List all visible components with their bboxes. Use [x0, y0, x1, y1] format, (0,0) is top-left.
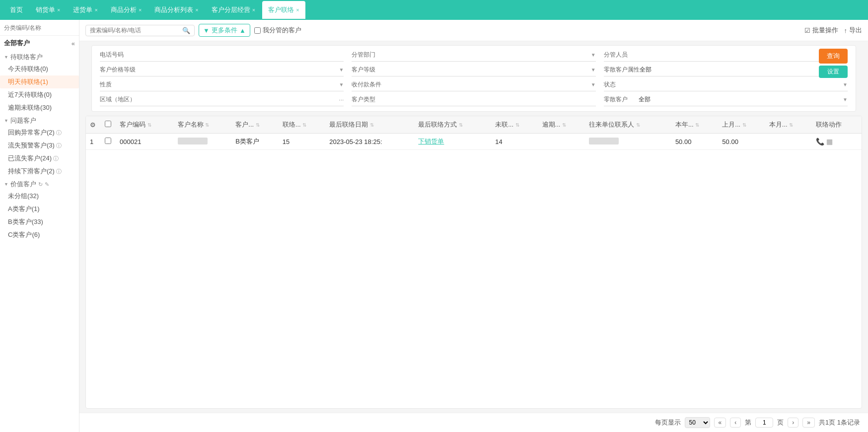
sidebar-search-input[interactable]	[4, 24, 78, 31]
row-checkbox[interactable]	[105, 138, 111, 144]
content-area: 🔍 ▼ 更多条件 ▲ 我分管的客户 ☑ 批量操作 ↑ 导出	[79, 20, 868, 432]
sidebar-item-tomorrow-contact[interactable]: 明天待联络(1)	[0, 75, 79, 88]
chevron-down-icon[interactable]: ▼	[339, 67, 344, 72]
next-page-btn[interactable]: ›	[788, 418, 798, 428]
page-number-input[interactable]	[755, 418, 773, 428]
filter-scatter-attr: 零散客户属性 全部 ▼	[604, 66, 848, 76]
all-customers-header[interactable]: 全部客户 «	[0, 36, 79, 51]
sidebar-item-7days-contact[interactable]: 近7天待联络(0)	[0, 88, 79, 101]
td-checkbox[interactable]	[101, 134, 116, 150]
search-icon[interactable]: 🔍	[182, 27, 190, 34]
nav-purchase-order[interactable]: 进货单 ×	[67, 1, 103, 19]
td-last-method[interactable]: 下销货单	[414, 134, 491, 150]
sidebar-item-churned[interactable]: 已流失客户(24) ⓘ	[0, 152, 79, 165]
chevron-down-icon[interactable]: ▼	[843, 97, 848, 102]
last-page-btn[interactable]: »	[802, 418, 815, 428]
th-uncontacted[interactable]: 未联... ⇅	[491, 116, 538, 134]
sort-icon[interactable]: ⇅	[302, 122, 306, 128]
th-this-month[interactable]: 本月... ⇅	[765, 116, 812, 134]
nav-sales-order[interactable]: 销货单 ×	[30, 1, 66, 19]
nav-customer-tier[interactable]: 客户分层经营 ×	[206, 1, 261, 19]
filter-dept: 分管部门 ▼	[352, 51, 595, 62]
sort-icon[interactable]: ⇅	[695, 122, 699, 128]
sidebar-item-class-c[interactable]: C类客户(6)	[0, 228, 79, 241]
close-icon[interactable]: ×	[139, 7, 142, 13]
sort-icon[interactable]: ⇅	[459, 122, 463, 128]
sidebar-item-class-b[interactable]: B类客户(33)	[0, 216, 79, 228]
sidebar-item-abnormal-repurchase[interactable]: 回购异常客户(2) ⓘ	[0, 126, 79, 139]
search-input[interactable]	[90, 27, 180, 34]
close-icon[interactable]: ×	[195, 7, 198, 13]
td-uncontacted: 14	[491, 134, 538, 150]
select-all-checkbox[interactable]	[105, 121, 111, 127]
th-name[interactable]: 客户名称 ⇅	[174, 116, 232, 134]
th-gear[interactable]: ⚙	[86, 116, 101, 134]
search-box: 🔍	[85, 25, 195, 36]
sidebar-item-churn-warning[interactable]: 流失预警客户(3) ⓘ	[0, 139, 79, 152]
th-last-method[interactable]: 最后联络方式 ⇅	[414, 116, 491, 134]
chevron-down-icon[interactable]: ▼	[591, 82, 596, 87]
nav-product-analysis[interactable]: 商品分析 ×	[105, 1, 147, 19]
first-page-btn[interactable]: «	[714, 418, 726, 428]
close-icon[interactable]: ×	[296, 7, 299, 13]
my-customers-checkbox-label[interactable]: 我分管的客户	[254, 26, 301, 35]
th-last-date[interactable]: 最后联络日期 ⇅	[325, 116, 414, 134]
chevron-down-icon[interactable]: ▼	[843, 82, 848, 87]
more-icon[interactable]: ···	[339, 96, 344, 103]
nav-customer-contact[interactable]: 客户联络 ×	[262, 1, 305, 19]
filter-scatter-customer: 零散客户 全部 ▼	[604, 95, 848, 106]
sidebar-item-overdue-contact[interactable]: 逾期未联络(30)	[0, 101, 79, 114]
my-customers-checkbox[interactable]	[254, 27, 261, 34]
query-button[interactable]: 查询	[819, 49, 848, 64]
th-contact[interactable]: 联络... ⇅	[279, 116, 325, 134]
nav-home[interactable]: 首页	[4, 1, 29, 19]
sort-icon[interactable]: ⇅	[515, 122, 519, 128]
sidebar-item-today-contact[interactable]: 今天待联络(0)	[0, 63, 79, 75]
batch-btn[interactable]: ☑ 批量操作	[804, 26, 838, 35]
contact-person-blurred	[589, 138, 619, 144]
sort-icon[interactable]: ⇅	[256, 122, 260, 128]
chevron-down-icon[interactable]: ▼	[339, 82, 344, 87]
sort-icon[interactable]: ⇅	[147, 122, 151, 128]
chevron-down-icon[interactable]: ▼	[591, 52, 596, 58]
td-last-date: 2023-05-23 18:25:	[325, 134, 414, 150]
gear-icon[interactable]: ⚙	[90, 121, 96, 129]
export-btn[interactable]: ↑ 导出	[844, 26, 863, 35]
td-contact: 15	[279, 134, 325, 150]
close-icon[interactable]: ×	[94, 7, 97, 13]
sort-icon[interactable]: ⇅	[370, 122, 374, 128]
chevron-down-icon[interactable]: ▼	[591, 67, 596, 72]
sort-icon[interactable]: ⇅	[742, 122, 746, 128]
th-checkbox[interactable]	[101, 116, 116, 134]
th-this-year[interactable]: 本年... ⇅	[671, 116, 718, 134]
th-last-month[interactable]: 上月... ⇅	[718, 116, 765, 134]
th-contact-person[interactable]: 往来单位联系人 ⇅	[585, 116, 671, 134]
collapse-icon[interactable]: «	[72, 40, 75, 47]
th-code[interactable]: 客户编码 ⇅	[116, 116, 174, 134]
filter-region: 区域（地区） ···	[100, 95, 344, 106]
filter-btn[interactable]: ▼ 更多条件 ▲	[199, 24, 250, 37]
td-type: B类客户	[231, 134, 278, 150]
sidebar-item-declining[interactable]: 持续下滑客户(2) ⓘ	[0, 165, 79, 178]
customer-table: ⚙ 客户编码 ⇅ 客户名称 ⇅	[86, 116, 862, 150]
action-phone-icon[interactable]: 📞	[816, 138, 824, 145]
close-icon[interactable]: ×	[252, 7, 255, 13]
prev-page-btn[interactable]: ‹	[730, 418, 741, 428]
nav-product-analysis-list[interactable]: 商品分析列表 ×	[148, 1, 204, 19]
page-size-select[interactable]: 50 20 100	[685, 417, 710, 428]
action-more-icon[interactable]: ▦	[826, 138, 833, 145]
sidebar-item-class-a[interactable]: A类客户(1)	[0, 203, 79, 216]
td-action[interactable]: 📞 ▦	[812, 134, 862, 150]
th-overdue[interactable]: 逾期... ⇅	[538, 116, 585, 134]
sort-icon[interactable]: ⇅	[205, 122, 209, 128]
th-type[interactable]: 客户... ⇅	[231, 116, 278, 134]
sort-icon[interactable]: ⇅	[789, 122, 793, 128]
sort-icon[interactable]: ⇅	[636, 122, 640, 128]
pagination: 每页显示 50 20 100 « ‹ 第 页 › » 共1页 1条记录	[79, 413, 868, 432]
settings-button[interactable]: 设置	[819, 66, 848, 78]
td-this-month	[765, 134, 812, 150]
close-icon[interactable]: ×	[57, 7, 60, 13]
sidebar-item-ungrouped[interactable]: 未分组(32)	[0, 190, 79, 203]
filter-person: 分管人员 ··· 查询 设置	[604, 51, 848, 62]
sort-icon[interactable]: ⇅	[562, 122, 566, 128]
